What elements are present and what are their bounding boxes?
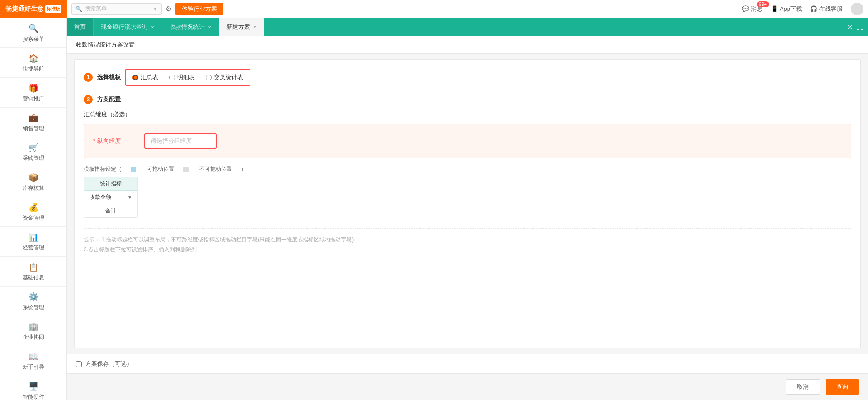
message-icon: 💬: [742, 5, 749, 12]
sidebar-item-search[interactable]: 🔍 搜索菜单: [0, 18, 66, 48]
col-dropdown-icon[interactable]: ▼: [127, 195, 132, 200]
tab-new-scheme-close[interactable]: ✕: [253, 24, 257, 30]
sidebar-label: 采购管理: [23, 155, 44, 162]
app-name: 畅捷通好生意: [5, 5, 43, 13]
tab-receipts-label: 收款情况统计: [170, 23, 205, 31]
tab-new-scheme-label: 新建方案: [226, 23, 250, 31]
step2-header: 2 方案配置: [84, 95, 851, 104]
sidebar-label: 新手引导: [23, 363, 44, 371]
stats-table-header: 统计指标: [84, 177, 137, 191]
footer-actions: 取消 查询: [67, 373, 868, 400]
purchase-icon: 🛒: [28, 143, 38, 153]
sidebar-label: 库存核算: [23, 184, 44, 192]
download-icon: 📱: [771, 5, 778, 12]
finance-icon: 💰: [28, 202, 38, 212]
save-checkbox[interactable]: [76, 361, 82, 367]
sidebar-item-purchase[interactable]: 🛒 采购管理: [0, 137, 66, 167]
tab-close-all-btn[interactable]: ✕: [847, 23, 853, 32]
radio-detail[interactable]: 明细表: [169, 73, 195, 81]
tab-maximize-btn[interactable]: ⛶: [856, 23, 863, 31]
sidebar-label: 系统管理: [23, 304, 44, 311]
dimension-arrow-icon: ——: [127, 138, 138, 144]
dimension-row: 纵向维度 —— 请选择分组维度: [93, 133, 842, 149]
form-panel: 1 选择模板 汇总表 明细表: [74, 59, 861, 348]
tab-new-scheme[interactable]: 新建方案 ✕: [219, 18, 264, 36]
service-icon: 🎧: [810, 5, 817, 12]
draggable-tag: [131, 167, 136, 172]
sidebar-label: 资金管理: [23, 214, 44, 222]
radio-summary-input[interactable]: [132, 75, 138, 80]
sidebar-label: 经营管理: [23, 244, 44, 252]
dropdown-icon: ▼: [152, 6, 158, 12]
service-badge[interactable]: 🎧 在线客服: [810, 5, 843, 13]
app-logo: 畅捷通好生意 标准版: [0, 0, 67, 18]
sidebar-item-nav[interactable]: 🏠 快捷导航: [0, 48, 66, 78]
enterprise-icon: 🏢: [28, 322, 38, 332]
app-version: 标准版: [45, 5, 61, 13]
sidebar-item-inventory[interactable]: 📦 库存核算: [0, 167, 66, 197]
avatar[interactable]: [851, 3, 863, 15]
sidebar: 🔍 搜索菜单 🏠 快捷导航 🎁 营销推广 💼 销售管理 🛒 采购管理 📦 库存核…: [0, 18, 67, 400]
col-header-row: 收款金额 ▼: [90, 193, 132, 201]
non-draggable-tag: [183, 167, 189, 172]
radio-cross[interactable]: 交叉统计表: [206, 73, 243, 81]
download-badge[interactable]: 📱 App下载: [771, 5, 802, 13]
sidebar-item-system[interactable]: ⚙️ 系统管理: [0, 287, 66, 316]
query-button[interactable]: 查询: [826, 379, 859, 395]
message-badge[interactable]: 💬 消息 99+: [742, 5, 763, 13]
dimension-title: 汇总维度（必选）: [84, 110, 851, 118]
sidebar-item-operation[interactable]: 📊 经营管理: [0, 227, 66, 257]
page-header: 收款情况统计方案设置: [67, 36, 868, 54]
col-total-label: 合计: [105, 207, 116, 214]
top-bar: 畅捷通好生意 标准版 🔍 搜索菜单 ▼ ⚙ 体验行业方案 💬 消息 99+ 📱 …: [0, 0, 868, 18]
message-count: 99+: [757, 1, 769, 7]
operation-icon: 📊: [28, 232, 38, 242]
dimension-select[interactable]: 请选择分组维度: [144, 133, 217, 149]
radio-summary-label: 汇总表: [141, 73, 158, 81]
guide-icon: 📖: [28, 352, 38, 362]
bottom-save-row: 方案保存（可选）: [67, 354, 868, 373]
radio-detail-input[interactable]: [169, 75, 175, 80]
tab-cashflow[interactable]: 现金银行流水查询 ✕: [94, 18, 162, 36]
indicator-label-row: 模板指标设定（ 可拖动位置 不可拖动位置 ）: [84, 165, 851, 173]
sidebar-item-sales[interactable]: 💼 销售管理: [0, 108, 66, 137]
cancel-button[interactable]: 取消: [786, 379, 820, 395]
search-placeholder: 搜索菜单: [85, 5, 107, 13]
stats-col-total: 合计: [84, 204, 137, 217]
sidebar-item-guide[interactable]: 📖 新手引导: [0, 346, 66, 376]
search-bar[interactable]: 🔍 搜索菜单 ▼: [71, 3, 162, 15]
sidebar-item-finance[interactable]: 💰 资金管理: [0, 197, 66, 227]
sidebar-item-hardware[interactable]: 🖥️ 智能硬件: [0, 376, 66, 400]
tab-bar-right: ✕ ⛶: [847, 18, 868, 36]
tab-receipts[interactable]: 收款情况统计 ✕: [162, 18, 219, 36]
sidebar-item-basic[interactable]: 📋 基础信息: [0, 257, 66, 287]
dimension-label: 纵向维度: [93, 137, 121, 145]
page-content: 收款情况统计方案设置 1 选择模板 汇总表: [67, 36, 868, 400]
tab-home[interactable]: 首页: [67, 18, 94, 36]
tab-bar: 首页 现金银行流水查询 ✕ 收款情况统计 ✕ 新建方案 ✕ ✕ ⛶: [67, 18, 868, 36]
dimension-placeholder: 请选择分组维度: [151, 137, 192, 144]
tab-home-label: 首页: [74, 23, 86, 31]
save-label: 方案保存（可选）: [85, 360, 132, 368]
dimension-area: 纵向维度 —— 请选择分组维度: [84, 124, 851, 158]
sidebar-label: 基础信息: [23, 274, 44, 282]
step1-num: 1: [84, 73, 93, 82]
gear-icon[interactable]: ⚙: [165, 5, 172, 13]
radio-summary[interactable]: 汇总表: [132, 73, 158, 81]
radio-cross-input[interactable]: [206, 75, 212, 80]
sidebar-item-enterprise[interactable]: 🏢 企业协同: [0, 316, 66, 346]
step1-header: 1 选择模板 汇总表 明细表: [84, 69, 851, 86]
hardware-icon: 🖥️: [28, 381, 38, 391]
tab-receipts-close[interactable]: ✕: [208, 24, 212, 30]
inventory-icon: 📦: [28, 173, 38, 183]
marketing-icon: 🎁: [28, 83, 38, 93]
sidebar-item-marketing[interactable]: 🎁 营销推广: [0, 78, 66, 108]
industry-button[interactable]: 体验行业方案: [175, 3, 223, 15]
basic-icon: 📋: [28, 262, 38, 272]
sidebar-label: 营销推广: [23, 95, 44, 103]
tab-cashflow-close[interactable]: ✕: [151, 24, 155, 30]
service-label: 在线客服: [819, 5, 843, 13]
step1-title: 选择模板: [97, 73, 121, 81]
indicator-suffix: ）: [241, 165, 246, 173]
stats-col-header[interactable]: 收款金额 ▼: [84, 191, 137, 204]
